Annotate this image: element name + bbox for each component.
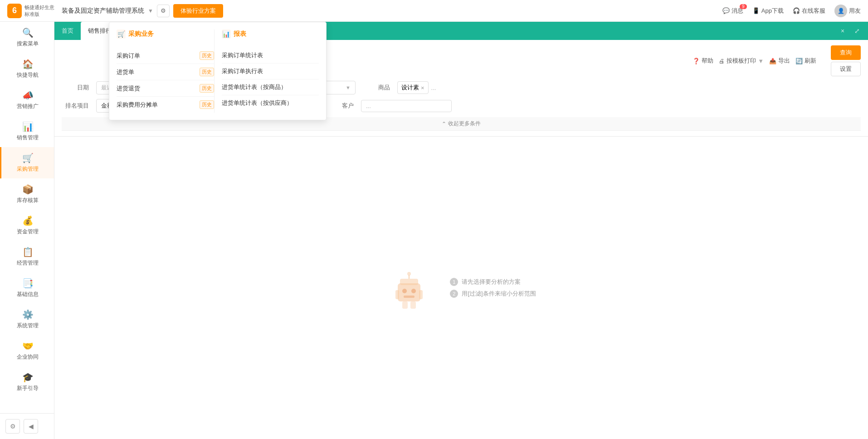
cart-icon: 🛒	[22, 153, 34, 163]
svg-point-10	[407, 272, 411, 276]
sidebar-bottom: ⚙ ◀	[0, 413, 54, 439]
customer-input[interactable]: ...	[361, 100, 452, 112]
message-btn[interactable]: 💬 消息 9	[722, 7, 743, 15]
history-badge: 历史	[200, 51, 214, 60]
handshake-icon: 🤝	[22, 340, 34, 351]
dropdown-col-business: 🛒 采购业务 采购订单 历史 进货单 历史 进货退货 历史 采购费用分摊单	[117, 30, 214, 113]
sidebar-item-sales[interactable]: 📊 销售管理	[0, 116, 54, 147]
sidebar-item-inventory[interactable]: 📦 库存核算	[0, 178, 54, 210]
top-bar: 6 畅捷通好生意 标准版 装备及固定资产辅助管理系统 ▼ ⚙ 体验行业方案 💬 …	[0, 0, 868, 22]
clipboard-icon: 📋	[22, 247, 34, 257]
help-icon: ❓	[692, 58, 700, 64]
home-icon: 🏠	[22, 59, 34, 69]
customer-dots[interactable]: ...	[366, 103, 371, 109]
tabs-bar-right: × ⤢	[837, 25, 868, 36]
dropdown-item-return[interactable]: 进货退货 历史	[117, 80, 214, 97]
sidebar-settings-btn[interactable]: ⚙	[5, 419, 20, 434]
filter-toolbar-right: ❓ 帮助 🖨 按模板打印 ▼ 📤 导出 🔄	[692, 57, 816, 65]
empty-tips: 1 请先选择要分析的方案 2 用[过滤]条件来缩小分析范围	[450, 278, 536, 298]
sidebar-item-newbie[interactable]: 🎓 新手引导	[0, 366, 54, 398]
status-arrow-icon: ▼	[346, 85, 351, 90]
history-badge: 历史	[200, 100, 214, 109]
robot-svg	[386, 270, 432, 311]
goods-label: 商品	[363, 84, 390, 92]
online-service-btn[interactable]: 🎧 在线客服	[793, 7, 825, 15]
goods-tag-close[interactable]: ×	[421, 84, 424, 91]
settings-icon: ⚙️	[22, 309, 34, 320]
settings-button[interactable]: 设置	[831, 62, 861, 76]
date-label: 日期	[62, 84, 89, 92]
dropdown-item-incoming[interactable]: 进货单 历史	[117, 64, 214, 80]
print-arrow-icon: ▼	[758, 58, 764, 64]
svg-point-2	[402, 289, 407, 293]
sidebar-item-basic[interactable]: 📑 基础信息	[0, 272, 54, 304]
business-col-icon: 🛒	[117, 30, 126, 39]
query-button[interactable]: 查询	[831, 45, 861, 60]
dropdown-item-supplier-stat[interactable]: 进货单统计表（按供应商）	[222, 95, 319, 111]
goods-dots[interactable]: ...	[431, 84, 436, 91]
tab-close-btn[interactable]: ×	[837, 25, 848, 36]
refresh-btn[interactable]: 🔄 刷新	[795, 57, 816, 65]
dropdown-col-report: 📊 报表 采购订单统计表 采购订单执行表 进货单统计表（按商品） 进货单统计表（…	[214, 30, 319, 113]
tab-resize-btn[interactable]: ⤢	[852, 25, 863, 36]
megaphone-icon: 📣	[22, 90, 34, 101]
doc-icon: 📑	[22, 278, 34, 289]
dropdown-item-order-stat[interactable]: 采购订单统计表	[222, 48, 319, 64]
sidebar-item-purchase[interactable]: 🛒 采购管理	[0, 147, 54, 178]
help-btn[interactable]: ❓ 帮助	[692, 57, 713, 65]
message-icon: 💬	[722, 7, 730, 14]
sidebar-item-management[interactable]: 📋 经营管理	[0, 241, 54, 272]
sidebar-item-search[interactable]: 🔍 搜索菜单	[0, 22, 54, 53]
export-btn[interactable]: 📤 导出	[769, 57, 790, 65]
app-download-btn[interactable]: 📱 App下载	[752, 7, 784, 15]
headset-icon: 🎧	[793, 7, 800, 14]
system-arrow-icon[interactable]: ▼	[148, 8, 153, 14]
message-badge: 9	[740, 4, 747, 9]
svg-rect-1	[400, 279, 418, 285]
dropdown-item-order-exec[interactable]: 采购订单执行表	[222, 64, 319, 79]
svg-rect-0	[398, 283, 420, 301]
refresh-icon: 🔄	[795, 58, 803, 64]
history-badge: 历史	[200, 84, 214, 93]
main-content: 🛒 采购业务 采购订单 历史 进货单 历史 进货退货 历史 采购费用分摊单	[54, 22, 868, 439]
dropdown-item-goods-stat[interactable]: 进货单统计表（按商品）	[222, 79, 319, 95]
purchase-dropdown-menu: 🛒 采购业务 采购订单 历史 进货单 历史 进货退货 历史 采购费用分摊单	[109, 22, 327, 120]
svg-point-3	[411, 289, 416, 293]
print-btn[interactable]: 🖨 按模板打印 ▼	[719, 57, 764, 65]
empty-illustration	[386, 270, 432, 306]
print-icon: 🖨	[719, 58, 725, 64]
dropdown-col-report-title: 📊 报表	[222, 30, 319, 42]
dropdown-col-business-title: 🛒 采购业务	[117, 30, 214, 42]
tip-num-1: 1	[450, 278, 458, 286]
logo-text: 畅捷通好生意 标准版	[24, 4, 54, 17]
sidebar-item-collab[interactable]: 🤝 企业协同	[0, 335, 54, 366]
svg-rect-4	[404, 296, 414, 298]
industry-btn[interactable]: 体验行业方案	[173, 4, 223, 18]
search-icon: 🔍	[22, 27, 34, 38]
svg-rect-6	[419, 290, 423, 299]
top-bar-right: 💬 消息 9 📱 App下载 🎧 在线客服 👤 用友	[722, 5, 861, 17]
tab-home[interactable]: 首页	[54, 22, 81, 40]
dropdown-item-expense[interactable]: 采购费用分摊单 历史	[117, 97, 214, 113]
sidebar-item-quicknav[interactable]: 🏠 快捷导航	[0, 53, 54, 84]
user-btn[interactable]: 👤 用友	[834, 5, 861, 17]
collapse-icon: ⌃	[442, 121, 446, 127]
export-icon: 📤	[769, 58, 776, 64]
empty-state: 1 请先选择要分析的方案 2 用[过滤]条件来缩小分析范围	[54, 137, 868, 439]
empty-tip-1: 1 请先选择要分析的方案	[450, 278, 536, 286]
avatar-icon: 👤	[838, 8, 844, 14]
sidebar: 🔍 搜索菜单 🏠 快捷导航 📣 营销推广 📊 销售管理 🛒 采购管理 📦 库存核…	[0, 22, 54, 439]
sidebar-item-marketing[interactable]: 📣 营销推广	[0, 84, 54, 116]
sidebar-item-finance[interactable]: 💰 资金管理	[0, 210, 54, 241]
history-badge: 历史	[200, 68, 214, 76]
sidebar-item-system[interactable]: ⚙️ 系统管理	[0, 304, 54, 335]
guide-icon: 🎓	[22, 372, 34, 383]
svg-rect-8	[410, 301, 416, 309]
gear-button[interactable]: ⚙	[157, 5, 170, 17]
box-icon: 📦	[22, 184, 34, 195]
report-col-icon: 📊	[222, 30, 231, 39]
empty-tip-2: 2 用[过滤]条件来缩小分析范围	[450, 290, 536, 298]
dropdown-item-purchase-order[interactable]: 采购订单 历史	[117, 48, 214, 64]
tip-num-2: 2	[450, 290, 458, 298]
sidebar-collapse-btn[interactable]: ◀	[24, 419, 38, 434]
